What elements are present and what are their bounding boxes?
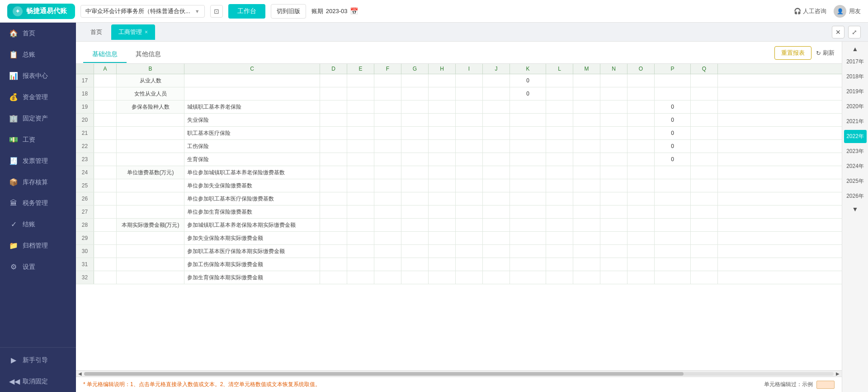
tab-business[interactable]: 工商管理 × [111, 24, 155, 40]
cell-26-A[interactable] [94, 192, 117, 205]
cell-20-M[interactable] [573, 114, 600, 126]
cell-21-M[interactable] [573, 127, 600, 139]
cell-18-Q[interactable] [691, 87, 718, 100]
refresh-button[interactable]: ↻ 刷新 [816, 49, 835, 57]
cell-30-E[interactable] [347, 245, 374, 258]
cell-28-E[interactable] [347, 219, 374, 231]
cell-29-K[interactable] [510, 232, 546, 244]
cell-24-L[interactable] [546, 166, 573, 179]
cell-32-J[interactable] [483, 271, 510, 284]
cell-30-B[interactable] [117, 245, 184, 258]
cell-32-N[interactable] [600, 271, 627, 284]
cell-25-L[interactable] [546, 179, 573, 192]
cell-24-K[interactable] [510, 166, 546, 179]
reset-report-button[interactable]: 重置报表 [774, 46, 811, 60]
cell-27-O[interactable] [627, 206, 655, 218]
cell-22-O[interactable] [627, 140, 655, 153]
cell-20-A[interactable] [94, 114, 117, 126]
cell-21-P[interactable]: 0 [655, 127, 691, 139]
cell-22-K[interactable] [510, 140, 546, 153]
cell-20-D[interactable] [320, 114, 347, 126]
cell-24-J[interactable] [483, 166, 510, 179]
cell-21-K[interactable] [510, 127, 546, 139]
cell-25-P[interactable] [655, 179, 691, 192]
cell-28-L[interactable] [546, 219, 573, 231]
sidebar-item-archive[interactable]: 📁 归档管理 [0, 235, 76, 256]
cell-31-D[interactable] [320, 258, 347, 271]
cell-31-O[interactable] [627, 258, 655, 271]
cell-20-E[interactable] [347, 114, 374, 126]
horizontal-scrollbar[interactable]: ◀ ▶ [76, 370, 842, 377]
sidebar-item-settings[interactable]: ⚙ 设置 [0, 256, 76, 277]
cell-27-A[interactable] [94, 206, 117, 218]
sidebar-item-inventory[interactable]: 📦 库存核算 [0, 172, 76, 193]
cell-18-B[interactable]: 女性从业人员 [117, 87, 184, 100]
cell-24-E[interactable] [347, 166, 374, 179]
cell-31-I[interactable] [456, 258, 483, 271]
cell-29-M[interactable] [573, 232, 600, 244]
cell-20-G[interactable] [401, 114, 429, 126]
cell-31-H[interactable] [429, 258, 456, 271]
cell-24-M[interactable] [573, 166, 600, 179]
cell-26-Q[interactable] [691, 192, 718, 205]
cell-24-D[interactable] [320, 166, 347, 179]
year-item-2019[interactable]: 2019年 [844, 85, 867, 98]
switch-version-button[interactable]: 切到旧版 [271, 4, 306, 19]
cell-30-P[interactable] [655, 245, 691, 258]
cell-17-Q[interactable] [691, 74, 718, 87]
cell-18-K[interactable]: 0 [510, 87, 546, 100]
cell-20-I[interactable] [456, 114, 483, 126]
cell-28-M[interactable] [573, 219, 600, 231]
cell-25-H[interactable] [429, 179, 456, 192]
cell-17-O[interactable] [627, 74, 655, 87]
cell-31-Q[interactable] [691, 258, 718, 271]
cell-27-H[interactable] [429, 206, 456, 218]
cell-27-L[interactable] [546, 206, 573, 218]
cell-30-M[interactable] [573, 245, 600, 258]
cell-18-C[interactable] [184, 87, 320, 100]
cell-21-G[interactable] [401, 127, 429, 139]
cell-21-H[interactable] [429, 127, 456, 139]
cell-25-E[interactable] [347, 179, 374, 192]
year-item-2026[interactable]: 2026年 [844, 190, 867, 203]
cell-19-A[interactable] [94, 100, 117, 113]
cell-19-L[interactable] [546, 100, 573, 113]
cell-19-Q[interactable] [691, 100, 718, 113]
cell-19-N[interactable] [600, 100, 627, 113]
cell-29-F[interactable] [374, 232, 401, 244]
cell-31-M[interactable] [573, 258, 600, 271]
year-item-2021[interactable]: 2021年 [844, 115, 867, 128]
cell-21-I[interactable] [456, 127, 483, 139]
cell-27-N[interactable] [600, 206, 627, 218]
cell-17-K[interactable]: 0 [510, 74, 546, 87]
cell-31-N[interactable] [600, 258, 627, 271]
cell-28-I[interactable] [456, 219, 483, 231]
sidebar-item-salary[interactable]: 💵 工资 [0, 129, 76, 150]
cell-31-G[interactable] [401, 258, 429, 271]
cell-28-N[interactable] [600, 219, 627, 231]
scroll-left-button[interactable]: ◀ [77, 371, 83, 377]
cell-22-B[interactable] [117, 140, 184, 153]
cell-17-H[interactable] [429, 74, 456, 87]
cell-23-F[interactable] [374, 153, 401, 166]
cell-26-E[interactable] [347, 192, 374, 205]
cell-21-Q[interactable] [691, 127, 718, 139]
cell-27-E[interactable] [347, 206, 374, 218]
cell-31-C[interactable]: 参加工伤保险本期实际缴费金额 [184, 258, 320, 271]
cell-22-F[interactable] [374, 140, 401, 153]
cell-27-G[interactable] [401, 206, 429, 218]
cell-24-A[interactable] [94, 166, 117, 179]
cell-30-J[interactable] [483, 245, 510, 258]
sidebar-item-home[interactable]: 🏠 首页 [0, 23, 76, 44]
cell-29-N[interactable] [600, 232, 627, 244]
cell-30-O[interactable] [627, 245, 655, 258]
cell-24-F[interactable] [374, 166, 401, 179]
cell-26-K[interactable] [510, 192, 546, 205]
cell-22-Q[interactable] [691, 140, 718, 153]
cell-25-I[interactable] [456, 179, 483, 192]
cell-31-F[interactable] [374, 258, 401, 271]
year-item-2024[interactable]: 2024年 [844, 160, 867, 173]
cell-23-N[interactable] [600, 153, 627, 166]
cell-32-M[interactable] [573, 271, 600, 284]
year-item-2025[interactable]: 2025年 [844, 175, 867, 188]
